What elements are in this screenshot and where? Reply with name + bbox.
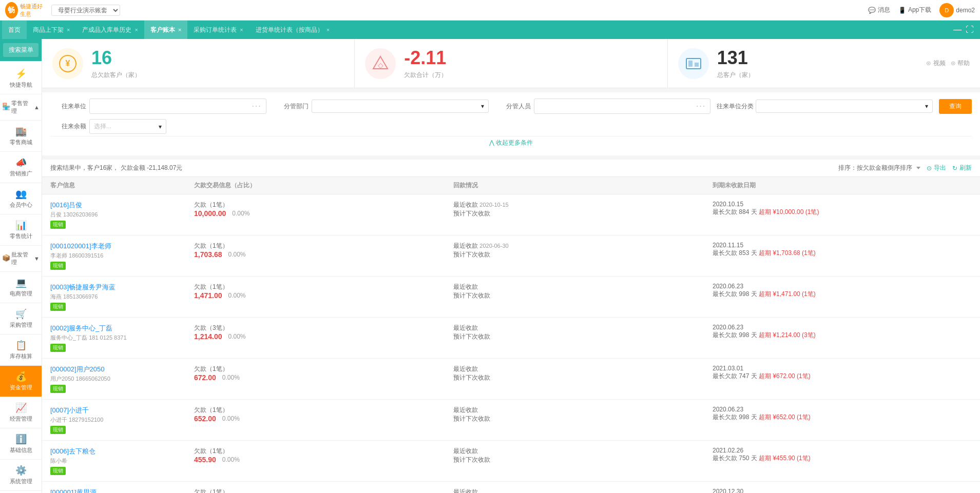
debt-count-1: 欠款（1笔） [194, 242, 453, 250]
tab-home[interactable]: 首页 [2, 21, 27, 39]
svg-rect-6 [695, 63, 699, 67]
content-area: ¥ 16 总欠款客户（家） ◇ -2.11 欠款合计（万） [42, 39, 980, 493]
sidebar-item-wholesale[interactable]: 📦 批发管理 ▼ [0, 246, 42, 272]
overdue-link-4[interactable]: 超期 ¥672.00 (1笔) [759, 372, 811, 380]
sidebar-item-finance[interactable]: 💰 资金管理 [0, 366, 42, 397]
tab-close-purchase[interactable]: × [240, 27, 243, 33]
refresh-btn[interactable]: ↻ 刷新 [952, 164, 972, 172]
sidebar-item-enterprise[interactable]: 🤝 企业协同 [0, 491, 42, 493]
sidebar-item-retail-mgmt[interactable]: 🏪 零售管理 ▲ [0, 94, 42, 121]
sidebar-item-purchase[interactable]: 🛒 采购管理 [0, 303, 42, 334]
filter-select-dept[interactable]: ▾ [312, 100, 489, 113]
filter-input-person[interactable]: ··· [534, 98, 711, 114]
debt-amount-5[interactable]: 652.00 [194, 415, 216, 423]
filter-item-unit: 往来单位 ··· [50, 98, 266, 114]
search-menu-btn[interactable]: 搜索菜单 [3, 43, 39, 57]
overdue-link-6[interactable]: 超期 ¥455.90 (1笔) [759, 455, 811, 462]
return-next-5: 预计下次收款 [453, 415, 713, 423]
stat-icon-customers [678, 48, 709, 79]
sidebar-item-retail-mall[interactable]: 🏬 零售商城 [0, 121, 42, 152]
return-cell-7: 最近收款 预计下次收款 [453, 488, 713, 493]
debt-amount-3[interactable]: 1,214.00 [194, 332, 222, 341]
retail-mall-icon: 🏬 [15, 126, 27, 137]
table-row: [0007]小进千 小进千 18279152100 现销 欠款（1笔） 652.… [42, 400, 980, 441]
sidebar-search-area: 搜索菜单 [0, 39, 42, 61]
tab-goods-stats[interactable]: 进货单统计表（按商品） × [249, 21, 336, 39]
stat-info-customers: 131 总客户（家） [717, 47, 927, 80]
customer-name-1[interactable]: [0001020001]李老师 [50, 242, 194, 251]
export-btn[interactable]: ⊙ 导出 [927, 164, 946, 172]
sidebar-item-quick-nav[interactable]: ⚡ 快捷导航 [0, 63, 42, 94]
customer-name-0[interactable]: [0016]吕俊 [50, 201, 194, 210]
query-button[interactable]: 查询 [939, 99, 972, 114]
sidebar-item-inventory[interactable]: 📋 库存核算 [0, 334, 42, 366]
overdue-link-3[interactable]: 超期 ¥1,214.00 (3笔) [759, 331, 816, 339]
overdue-link-1[interactable]: 超期 ¥1,703.68 (1笔) [759, 249, 816, 257]
tab-goods-listing[interactable]: 商品上下架 × [27, 21, 76, 39]
customer-name-6[interactable]: [0006]去下粮仓 [50, 447, 194, 456]
customer-name-5[interactable]: [0007]小进千 [50, 406, 194, 415]
tabs-expand[interactable]: ⛶ [966, 25, 974, 34]
stat-top-actions: ⊙ 视频 ⊙ 帮助 [926, 59, 970, 68]
customer-cell-7: [000001]黄思源 黄思源 13552700226 现销 [50, 488, 194, 493]
tab-purchase-summary[interactable]: 采购订单统计表 × [187, 21, 249, 39]
overdue-link-2[interactable]: 超期 ¥1,471.00 (1笔) [759, 290, 816, 298]
debt-cell-1: 欠款（1笔） 1,703.68 0.00% [194, 242, 453, 259]
return-next-4: 预计下次收款 [453, 373, 713, 382]
debt-count-0: 欠款（1笔） [194, 201, 453, 209]
customer-name-7[interactable]: [000001]黄思源 [50, 488, 194, 493]
message-btn[interactable]: 💬 消息 [868, 6, 890, 14]
debt-amount-0[interactable]: 10,000.00 [194, 209, 226, 218]
tabs-minus[interactable]: — [953, 25, 962, 34]
sort-btn[interactable]: 排序：按欠款金额倒序排序 [838, 164, 920, 172]
tab-close-customer[interactable]: × [178, 27, 181, 33]
sidebar-item-basic-info[interactable]: ℹ️ 基础信息 [0, 428, 42, 460]
customer-name-4[interactable]: [000002]用户2050 [50, 365, 194, 374]
filter-select-category[interactable]: ▾ [756, 100, 933, 113]
filter-collapse-btn[interactable]: ⋀ 收起更多条件 [50, 136, 972, 149]
tab-customer-ledger[interactable]: 客户账本 × [144, 21, 187, 39]
sidebar-item-ecommerce[interactable]: 💻 电商管理 [0, 272, 42, 303]
video-btn[interactable]: ⊙ 视频 [926, 59, 945, 68]
retail-mgmt-arrow: ▲ [34, 104, 40, 110]
customer-tag-6: 现销 [50, 467, 66, 475]
tab-close-production[interactable]: × [134, 27, 138, 33]
user-menu[interactable]: D demo2 [939, 3, 975, 17]
debt-amount-6[interactable]: 455.90 [194, 456, 216, 464]
filter-input-unit[interactable]: ··· [89, 98, 266, 114]
sidebar-item-retail-stats[interactable]: 📊 零售统计 [0, 214, 42, 246]
app-download-btn[interactable]: 📱 App下载 [898, 6, 931, 14]
ecommerce-icon: 💻 [15, 277, 27, 288]
customer-sub-6: 陈小希 [50, 457, 194, 465]
customer-name-3[interactable]: [0002]服务中心_丁磊 [50, 324, 194, 333]
sidebar-item-system[interactable]: ⚙️ 系统管理 [0, 460, 42, 491]
debt-row-4: 672.00 0.00% [194, 373, 453, 382]
due-cell-6: 2021.02.26 最长欠款 750 天 超期 ¥455.90 (1笔) [713, 447, 972, 463]
sidebar-item-operations[interactable]: 📈 经营管理 [0, 397, 42, 428]
debt-count-7: 欠款（1笔） [194, 488, 453, 493]
wholesale-arrow: ▼ [34, 255, 40, 262]
svg-rect-5 [688, 61, 693, 67]
overdue-link-0[interactable]: 超期 ¥10,000.00 (1笔) [759, 208, 819, 215]
sidebar-item-member[interactable]: 👥 会员中心 [0, 183, 42, 214]
debt-amount-1[interactable]: 1,703.68 [194, 250, 222, 259]
debt-amount-4[interactable]: 672.00 [194, 373, 216, 382]
chevron-dept: ▾ [481, 103, 484, 110]
message-icon: 💬 [868, 7, 876, 14]
customer-name-2[interactable]: [0003]畅捷服务尹海蓝 [50, 283, 194, 292]
sidebar-nav: ⚡ 快捷导航 🏪 零售管理 ▲ 🏬 零售商城 📣 营销推广 👥 会员中心 � [0, 61, 42, 493]
filter-select-balance[interactable]: 选择... ▾ [89, 119, 166, 134]
help-btn[interactable]: ⊙ 帮助 [951, 59, 970, 68]
tab-close-goods-stats[interactable]: × [326, 27, 330, 33]
main-layout: 搜索菜单 ⚡ 快捷导航 🏪 零售管理 ▲ 🏬 零售商城 📣 营销推广 👥 [0, 39, 980, 493]
due-date-3: 2020.06.23 [713, 324, 972, 331]
tab-production-history[interactable]: 产成品入库单历史 × [76, 21, 144, 39]
tab-close-goods[interactable]: × [67, 27, 70, 33]
stat-icon-debtors: ¥ [52, 48, 83, 79]
col-header-debt: 欠款交易信息（占比） [194, 181, 453, 190]
debt-amount-2[interactable]: 1,471.00 [194, 291, 222, 300]
demo-selector[interactable]: 母婴行业演示账套 [51, 5, 120, 16]
sidebar-item-marketing[interactable]: 📣 营销推广 [0, 152, 42, 183]
overdue-link-5[interactable]: 超期 ¥652.00 (1笔) [759, 413, 811, 421]
finance-icon: 💰 [15, 371, 27, 382]
